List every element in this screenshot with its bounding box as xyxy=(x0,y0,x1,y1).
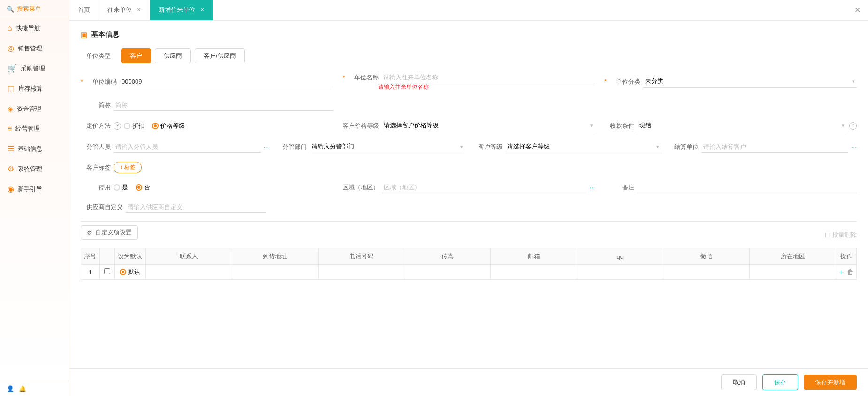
cell-address[interactable] xyxy=(232,265,318,280)
row-supplier-custom: 供应商自定义 xyxy=(81,202,857,213)
radio-price-level[interactable]: 价格等级 xyxy=(152,122,185,130)
col-contact: 联系人 xyxy=(145,248,232,265)
sidebar-label-guide: 新手引导 xyxy=(18,185,42,194)
pricing-label: 定价方法 xyxy=(81,122,111,130)
cell-checkbox[interactable] xyxy=(99,265,114,280)
phone-input[interactable] xyxy=(321,269,402,276)
price-level-placeholder: 请选择客户价格等级 xyxy=(384,121,439,130)
category-select[interactable]: 未分类 ▾ xyxy=(643,75,857,88)
cell-wechat[interactable] xyxy=(663,265,750,280)
manager-more-btn[interactable]: ··· xyxy=(264,143,269,151)
dept-select[interactable]: 请输入分管部门 ▾ xyxy=(310,140,465,153)
radio-disable-yes[interactable]: 是 xyxy=(114,183,128,192)
search-menu-item[interactable]: 🔍 搜索菜单 xyxy=(0,0,69,18)
note-input[interactable] xyxy=(637,182,857,193)
save-button[interactable]: 保存 xyxy=(762,374,798,390)
del-row-btn[interactable]: 🗑 xyxy=(847,268,853,276)
btn-supplier[interactable]: 供应商 xyxy=(155,48,191,63)
table-toolbar: ⚙ 自定义项设置 ☐ 批量删除 xyxy=(81,222,857,248)
custom-settings-btn[interactable]: ⚙ 自定义项设置 xyxy=(81,225,138,240)
guide-icon: ◉ xyxy=(8,185,14,194)
note-field: 备注 xyxy=(604,182,857,193)
sidebar-label-finance: 资金管理 xyxy=(17,105,41,113)
row-checkbox[interactable] xyxy=(104,268,110,274)
cell-email[interactable] xyxy=(491,265,577,280)
settlement-input[interactable] xyxy=(701,141,849,153)
batch-delete-btn[interactable]: ☐ 批量删除 xyxy=(825,231,857,239)
tab-partners[interactable]: 往来单位 ✕ xyxy=(99,0,150,20)
sidebar-item-quick-nav[interactable]: ⌂ 快捷导航 xyxy=(0,18,69,38)
notification-icon[interactable]: 🔔 xyxy=(19,385,26,392)
customer-level-select[interactable]: 请选择客户等级 ▾ xyxy=(505,140,661,153)
custom-settings-label: 自定义项设置 xyxy=(95,228,132,237)
sidebar-item-system[interactable]: ⚙ 系统管理 xyxy=(0,159,69,179)
close-all-tabs[interactable]: ✕ xyxy=(847,6,868,15)
payment-help-icon[interactable]: ? xyxy=(849,122,857,130)
tab-partners-close[interactable]: ✕ xyxy=(137,7,141,13)
wechat-input[interactable] xyxy=(666,269,746,276)
default-radio[interactable] xyxy=(120,269,126,275)
disable-radio-group: 是 否 xyxy=(114,183,150,192)
payment-select[interactable]: 现结 ▾ xyxy=(637,119,846,132)
col-qq: qq xyxy=(577,248,663,265)
user-icon[interactable]: 👤 xyxy=(7,385,14,392)
code-input[interactable] xyxy=(120,76,333,87)
cell-phone[interactable] xyxy=(318,265,404,280)
region-table-input[interactable] xyxy=(753,269,833,276)
pricing-field: 定价方法 ? 折扣 价格等级 xyxy=(81,119,333,132)
save-new-button[interactable]: 保存并新增 xyxy=(804,375,857,390)
contact-input[interactable] xyxy=(149,269,229,276)
pricing-help-icon[interactable]: ? xyxy=(114,122,121,130)
sidebar-item-sales[interactable]: ◎ 销售管理 xyxy=(0,38,69,58)
cell-fax[interactable] xyxy=(404,265,491,280)
shortname-input[interactable] xyxy=(114,100,333,111)
tab-new-partner-close[interactable]: ✕ xyxy=(200,7,205,13)
tag-label: 客户标签 xyxy=(81,163,111,172)
sidebar-item-operation[interactable]: ≡ 经营管理 xyxy=(0,119,69,139)
sidebar-item-guide[interactable]: ◉ 新手引导 xyxy=(0,179,69,199)
radio-disable-no[interactable]: 否 xyxy=(136,183,150,192)
address-input[interactable] xyxy=(235,269,315,276)
category-chevron: ▾ xyxy=(852,78,855,85)
sidebar-item-basic[interactable]: ☰ 基础信息 xyxy=(0,139,69,159)
inventory-icon: ◫ xyxy=(8,84,15,93)
finance-icon: ◈ xyxy=(8,104,13,113)
sidebar-item-inventory[interactable]: ◫ 库存核算 xyxy=(0,78,69,99)
name-label: 单位名称 xyxy=(349,73,379,82)
cell-qq[interactable] xyxy=(577,265,663,280)
dept-chevron: ▾ xyxy=(460,144,463,150)
btn-both[interactable]: 客户/供应商 xyxy=(195,48,245,63)
tab-home-label: 首页 xyxy=(78,6,90,14)
region-more-btn[interactable]: ··· xyxy=(589,184,595,191)
add-row-btn[interactable]: + xyxy=(839,268,843,276)
qq-input[interactable] xyxy=(580,269,660,276)
col-address: 到货地址 xyxy=(232,248,318,265)
sidebar-item-finance[interactable]: ◈ 资金管理 xyxy=(0,99,69,119)
cell-region[interactable] xyxy=(750,265,836,280)
fax-input[interactable] xyxy=(407,269,487,276)
sidebar-item-purchase[interactable]: 🛒 采购管理 xyxy=(0,58,69,78)
payment-chevron: ▾ xyxy=(842,123,845,129)
cancel-button[interactable]: 取消 xyxy=(721,374,757,390)
radio-discount[interactable]: 折扣 xyxy=(124,122,145,130)
cell-default: 默认 xyxy=(114,265,145,280)
price-level-select[interactable]: 请选择客户价格等级 ▾ xyxy=(382,119,595,132)
shortname-field: 简称 xyxy=(81,100,333,111)
email-input[interactable] xyxy=(494,269,574,276)
manager-input[interactable] xyxy=(114,141,261,153)
settlement-label: 结算单位 xyxy=(669,143,699,151)
settlement-more-btn[interactable]: ··· xyxy=(851,143,857,151)
btn-customer[interactable]: 客户 xyxy=(121,48,151,63)
form-footer: 取消 保存 保存并新增 xyxy=(69,368,868,396)
customer-level-label: 客户等级 xyxy=(472,143,503,151)
section-header: ▣ 基本信息 xyxy=(81,30,857,39)
sales-icon: ◎ xyxy=(8,44,14,53)
tab-home[interactable]: 首页 xyxy=(69,0,99,20)
tab-new-partner[interactable]: 新增往来单位 ✕ xyxy=(150,0,213,20)
supplier-custom-input[interactable] xyxy=(126,202,266,213)
name-input[interactable] xyxy=(381,72,595,83)
settlement-field: 结算单位 ··· xyxy=(669,140,857,153)
region-input[interactable] xyxy=(382,182,586,193)
cell-contact[interactable] xyxy=(145,265,232,280)
add-tag-button[interactable]: + 标签 xyxy=(114,162,142,173)
